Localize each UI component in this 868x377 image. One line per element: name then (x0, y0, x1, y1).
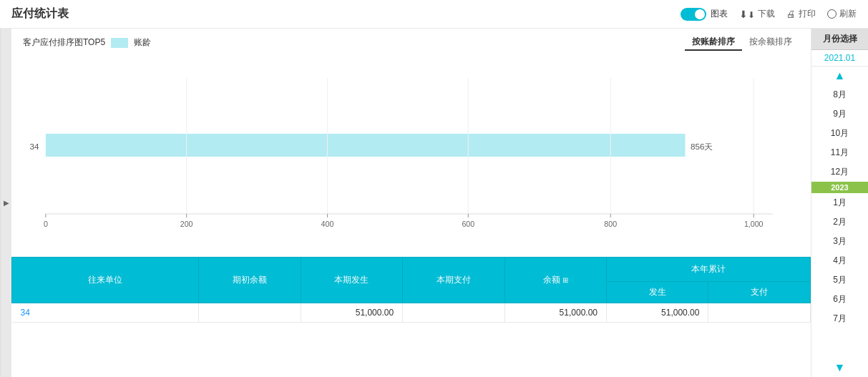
sidebar-month-7[interactable]: 7月 (811, 309, 868, 328)
print-button[interactable]: 🖨 打印 (786, 8, 816, 20)
col-unit-header: 往来单位 (12, 258, 199, 303)
refresh-icon (827, 9, 837, 19)
unit-link[interactable]: 34 (21, 308, 30, 318)
cell-occur: 51,000.00 (301, 303, 402, 323)
cell-ytd-pay (708, 303, 811, 323)
main-content: ▶ 客户应付排序图TOP5 账龄 按账龄排序 按余额排序 34 (0, 29, 868, 377)
chart-bar (46, 134, 686, 157)
chart-svg-container: 34 856天 0 200 (11, 57, 811, 257)
chart-sort-buttons: 按账龄排序 按余额排序 (685, 34, 799, 51)
sidebar-year-2023[interactable]: 2023 (811, 182, 868, 193)
app-container: 应付统计表 图表 ⬇ 下载 🖨 打印 刷新 ▶ (0, 0, 868, 377)
refresh-label: 刷新 (839, 8, 857, 20)
download-icon: ⬇ (739, 9, 755, 20)
col-ytd-header: 本年累计 (607, 258, 811, 282)
chart-toggle-wrapper: 图表 (681, 8, 728, 21)
chart-area: 客户应付排序图TOP5 账龄 按账龄排序 按余额排序 34 (11, 29, 811, 377)
col-ytd-pay-subheader: 支付 (708, 282, 811, 303)
print-label: 打印 (799, 8, 816, 20)
legend-box (111, 38, 128, 48)
legend-title: 客户应付排序图TOP5 (23, 36, 105, 49)
header: 应付统计表 图表 ⬇ 下载 🖨 打印 刷新 (0, 0, 868, 29)
sidebar-month-11[interactable]: 11月 (811, 143, 868, 162)
page-title: 应付统计表 (11, 6, 69, 21)
sidebar-month-10[interactable]: 10月 (811, 124, 868, 143)
svg-text:0: 0 (44, 220, 48, 228)
cell-balance: 51,000.00 (504, 303, 606, 323)
col-balance-header: 余额 ⊞ (504, 258, 606, 303)
data-table: 往来单位 期初余额 本期发生 本期支付 余额 ⊞ 本年累计 发生 支付 (11, 257, 811, 323)
refresh-button[interactable]: 刷新 (827, 8, 857, 20)
sidebar-down-button[interactable]: ▼ (811, 358, 868, 377)
sidebar-month-1[interactable]: 1月 (811, 193, 868, 212)
col-occur-header: 本期发生 (301, 258, 402, 303)
sidebar-month-4[interactable]: 4月 (811, 251, 868, 270)
download-button[interactable]: ⬇ 下载 (739, 8, 775, 20)
chart-toggle[interactable] (681, 8, 706, 21)
svg-text:800: 800 (604, 220, 617, 228)
table-area: 往来单位 期初余额 本期发生 本期支付 余额 ⊞ 本年累计 发生 支付 (11, 257, 811, 323)
col-opening-header: 期初余额 (199, 258, 301, 303)
chart-legend: 客户应付排序图TOP5 账龄 (23, 36, 151, 49)
sidebar-month-9[interactable]: 9月 (811, 104, 868, 124)
download-label: 下载 (758, 8, 775, 20)
collapse-icon: ▶ (4, 199, 9, 207)
table-header-row: 往来单位 期初余额 本期发生 本期支付 余额 ⊞ 本年累计 (12, 258, 811, 282)
sidebar: 月份选择 ▲ 8月 9月 10月 11月 12月 2023 1月 2月 3月 4… (811, 29, 868, 377)
collapse-button[interactable]: ▶ (0, 29, 11, 377)
cell-unit: 34 (12, 303, 199, 323)
sort-by-balance-button[interactable]: 按余额排序 (742, 34, 799, 51)
legend-label: 账龄 (134, 36, 151, 49)
svg-text:400: 400 (321, 220, 334, 228)
cell-ytd-occur: 51,000.00 (607, 303, 708, 323)
cell-pay (403, 303, 504, 323)
col-pay-header: 本期支付 (403, 258, 504, 303)
sidebar-month-8[interactable]: 8月 (811, 85, 868, 104)
col-ytd-occur-subheader: 发生 (607, 282, 708, 303)
sidebar-header: 月份选择 (811, 29, 868, 50)
sidebar-month-6[interactable]: 6月 (811, 290, 868, 309)
sidebar-up-button[interactable]: ▲ (811, 67, 868, 85)
table-row: 34 51,000.00 51,000.00 51,000.00 (12, 303, 811, 323)
chart-svg: 34 856天 0 200 (11, 57, 811, 257)
svg-text:600: 600 (462, 220, 474, 228)
toggle-label: 图表 (711, 8, 728, 20)
sidebar-month-list: 8月 9月 10月 11月 12月 2023 1月 2月 3月 4月 5月 6月… (811, 85, 868, 358)
chart-y-label: 34 (29, 142, 39, 151)
sidebar-month-2[interactable]: 2月 (811, 212, 868, 232)
chart-bar-label: 856天 (691, 142, 713, 151)
sidebar-month-3[interactable]: 3月 (811, 232, 868, 251)
chart-header: 客户应付排序图TOP5 账龄 按账龄排序 按余额排序 (11, 29, 811, 57)
svg-text:1,000: 1,000 (744, 220, 764, 228)
sort-by-age-button[interactable]: 按账龄排序 (685, 34, 742, 51)
sidebar-month-12[interactable]: 12月 (811, 162, 868, 182)
sidebar-month-5[interactable]: 5月 (811, 270, 868, 290)
svg-text:200: 200 (180, 220, 193, 228)
cell-opening (199, 303, 301, 323)
print-icon: 🖨 (786, 9, 796, 19)
sidebar-year-input[interactable] (811, 50, 868, 67)
header-actions: 图表 ⬇ 下载 🖨 打印 刷新 (681, 8, 857, 21)
